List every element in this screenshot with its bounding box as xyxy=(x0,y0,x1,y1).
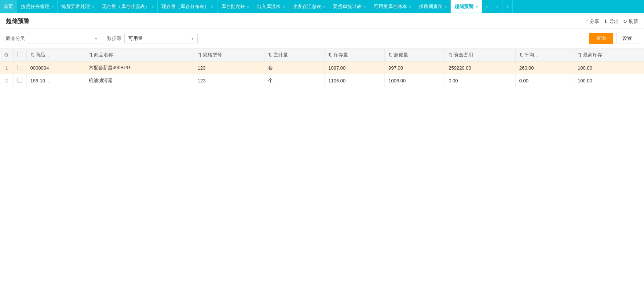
col-header-avg-price[interactable]: ⇅ 平均... xyxy=(515,49,574,62)
data-source-select[interactable]: 可用量 ▾ xyxy=(124,33,198,44)
commodity-category-select[interactable]: ▾ xyxy=(28,33,101,44)
nav-abnormal-process[interactable]: 拣货异常处理 × xyxy=(58,0,98,13)
close-icon[interactable]: × xyxy=(51,4,54,9)
table-area: ⚙ ⇅ 商品... ⇅ 商品名称 ⇅ 规格型号 ⇅ 主计量 xyxy=(0,49,644,87)
nav-bar: 首页 拣货任务管理 × 拣货异常处理 × 现存量（库存状况表） × 现存量（库存… xyxy=(0,0,644,13)
row-max-stock-1: 100.00 xyxy=(574,62,644,74)
nav-requisition-stats[interactable]: 要货单统计表 × xyxy=(329,0,370,13)
settings-button[interactable]: 设置 xyxy=(616,33,638,44)
row-avg-price-1: 260.00 xyxy=(515,62,574,74)
data-source-group: 数据源 可用量 ▾ xyxy=(107,33,198,44)
chevron-down-icon: ▾ xyxy=(191,36,194,41)
row-max-stock-2: 100.00 xyxy=(574,74,644,87)
table-row: 1 0000004 六配套新昌490BPG 123 套 1097.00 997.… xyxy=(0,62,644,74)
row-capital-occupied-2: 0.00 xyxy=(445,74,516,87)
page-content: 超储预警 ⤴ 分享 ⬇ 导出 ↻ 刷新 商品分类 ▾ 数据源 xyxy=(0,13,644,293)
col-header-commodity-name[interactable]: ⇅ 商品名称 xyxy=(85,49,194,62)
nav-available-inventory[interactable]: 可用量库存账本 × xyxy=(370,0,415,13)
row-num-2: 2 xyxy=(0,74,13,87)
nav-task-management[interactable]: 拣货任务管理 × xyxy=(17,0,58,13)
export-button[interactable]: ⬇ 导出 xyxy=(604,18,619,25)
header-actions: ⤴ 分享 ⬇ 导出 ↻ 刷新 xyxy=(586,18,638,25)
nav-inventory-status[interactable]: 现存量（库存状况表） × xyxy=(98,0,158,13)
close-icon[interactable]: × xyxy=(247,4,249,9)
row-unit-2: 个 xyxy=(264,74,325,87)
row-num-1: 1 xyxy=(0,62,13,74)
share-button[interactable]: ⤴ 分享 xyxy=(586,18,599,25)
row-commodity-name-1: 六配套新昌490BPG xyxy=(85,62,194,74)
row-checkbox-1[interactable] xyxy=(13,62,26,74)
row-capital-occupied-1: 259220.00 xyxy=(445,62,516,74)
col-header-max-stock[interactable]: ⇅ 最高库存 xyxy=(574,49,644,62)
row-unit-1: 套 xyxy=(264,62,325,74)
refresh-icon: ↻ xyxy=(623,19,627,24)
nav-next-arrow[interactable]: › xyxy=(492,0,502,13)
close-icon[interactable]: × xyxy=(323,4,325,9)
select-all-checkbox[interactable] xyxy=(17,52,22,57)
close-icon[interactable]: × xyxy=(409,4,411,9)
row-commodity-code-2: 186-10... xyxy=(26,74,85,87)
page-title: 超储预警 xyxy=(6,18,29,25)
row-checkbox-2[interactable] xyxy=(13,74,26,87)
nav-overstock-warning[interactable]: 超储预警 × xyxy=(451,0,482,13)
col-header-over-stock[interactable]: ⇅ 超储量 xyxy=(385,49,445,62)
chevron-down-icon: ▾ xyxy=(95,36,97,41)
col-header-settings[interactable]: ⚙ xyxy=(0,49,13,62)
col-header-capital-occupied[interactable]: ⇅ 资金占用 xyxy=(445,49,516,62)
nav-receipt-summary[interactable]: 收发存汇总表 × xyxy=(289,0,329,13)
row-spec-model-2: 123 xyxy=(194,74,264,87)
nav-quality-period[interactable]: 保质期查询 × xyxy=(415,0,451,13)
close-icon[interactable]: × xyxy=(151,4,154,9)
nav-inventory-batch[interactable]: 库存批次账 × xyxy=(217,0,253,13)
col-header-stock-qty[interactable]: ⇅ 库存量 xyxy=(325,49,385,62)
col-header-unit[interactable]: ⇅ 主计量 xyxy=(264,49,325,62)
close-icon[interactable]: × xyxy=(211,4,213,9)
nav-home[interactable]: 首页 xyxy=(0,0,17,13)
close-icon[interactable]: × xyxy=(363,4,366,9)
row-select-checkbox[interactable] xyxy=(17,65,22,70)
nav-inventory-distribution[interactable]: 现存量（库存分布表） × xyxy=(158,0,217,13)
row-commodity-code-1: 0000004 xyxy=(26,62,85,74)
row-select-checkbox[interactable] xyxy=(17,78,22,83)
table-row: 2 186-10... 机油滤清器 123 个 1106.00 1006.00 … xyxy=(0,74,644,87)
row-stock-qty-2: 1106.00 xyxy=(325,74,385,87)
col-header-spec-model[interactable]: ⇅ 规格型号 xyxy=(194,49,264,62)
data-table: ⚙ ⇅ 商品... ⇅ 商品名称 ⇅ 规格型号 ⇅ 主计量 xyxy=(0,49,644,87)
table-header-row: ⚙ ⇅ 商品... ⇅ 商品名称 ⇅ 规格型号 ⇅ 主计量 xyxy=(0,49,644,62)
close-icon[interactable]: × xyxy=(282,4,285,9)
page-header: 超储预警 ⤴ 分享 ⬇ 导出 ↻ 刷新 xyxy=(0,13,644,29)
nav-in-out-flow[interactable]: 出入库流水 × xyxy=(253,0,289,13)
row-over-stock-2: 1006.00 xyxy=(385,74,445,87)
filter-action-buttons: 查询 设置 xyxy=(589,33,638,44)
row-avg-price-2: 0.00 xyxy=(515,74,574,87)
row-commodity-name-2: 机油滤清器 xyxy=(85,74,194,87)
export-icon: ⬇ xyxy=(604,19,608,24)
row-spec-model-1: 123 xyxy=(194,62,264,74)
data-source-label: 数据源 xyxy=(107,35,121,42)
filter-area: 商品分类 ▾ 数据源 可用量 ▾ 查询 设置 xyxy=(0,29,644,49)
close-icon[interactable]: × xyxy=(444,4,447,9)
share-icon: ⤴ xyxy=(586,19,588,24)
close-icon[interactable]: × xyxy=(92,4,94,9)
nav-more-arrow[interactable]: › xyxy=(502,0,513,13)
col-header-checkbox[interactable] xyxy=(13,49,26,62)
col-header-commodity-code[interactable]: ⇅ 商品... xyxy=(26,49,85,62)
commodity-category-group: 商品分类 ▾ xyxy=(6,33,101,44)
refresh-button[interactable]: ↻ 刷新 xyxy=(623,18,638,25)
nav-prev-arrow[interactable]: ‹ xyxy=(482,0,492,13)
row-over-stock-1: 997.00 xyxy=(385,62,445,74)
commodity-category-label: 商品分类 xyxy=(6,35,25,42)
gear-icon[interactable]: ⚙ xyxy=(4,52,9,58)
query-button[interactable]: 查询 xyxy=(589,33,613,44)
data-source-value: 可用量 xyxy=(128,35,143,42)
row-stock-qty-1: 1097.00 xyxy=(325,62,385,74)
close-icon[interactable]: × xyxy=(475,4,477,9)
